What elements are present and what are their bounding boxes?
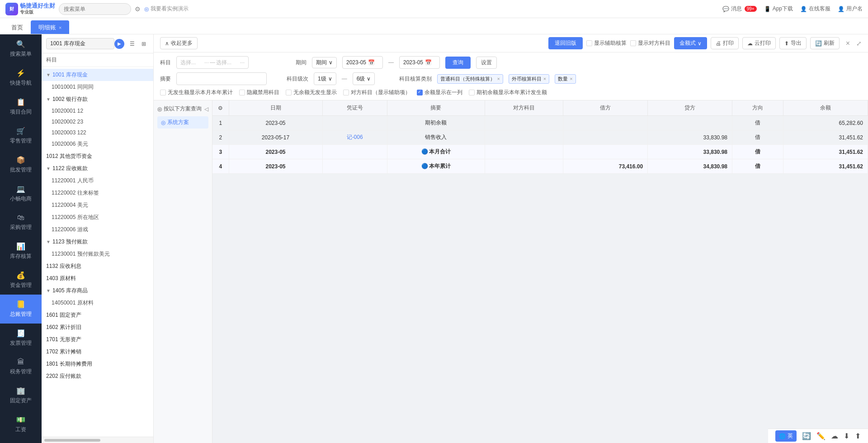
sidebar-item-salary[interactable]: 💵 工资 (0, 410, 42, 439)
system-scheme-btn[interactable]: ◎ 系统方案 (157, 116, 208, 129)
close-btn[interactable]: × (843, 38, 853, 48)
tree-item-1002[interactable]: ▼ 1002 银行存款 (42, 93, 153, 105)
tree-item-11220002[interactable]: 11220002 往来标签 (42, 187, 153, 199)
period-type-select[interactable]: 期间 ∨ (312, 57, 337, 68)
message-btn[interactable]: 💬 消息 99+ (722, 5, 757, 13)
query-panel-collapse[interactable]: ◁ (204, 106, 208, 112)
tree-item-1403[interactable]: 1403 原材料 (42, 272, 153, 285)
user-avatar[interactable]: 👤 用户名 (838, 5, 863, 13)
sidebar-item-project[interactable]: 📋 项目合同 (0, 92, 42, 121)
online-service-btn[interactable]: 👤 在线客服 (800, 5, 830, 13)
tab-close-icon[interactable]: × (59, 25, 61, 30)
tree-item-10020006[interactable]: 10020006 美元 (42, 138, 153, 150)
export-btn[interactable]: ⬆ 导出 (779, 37, 807, 49)
tree-item-11230001[interactable]: 11230001 预付账款美元 (42, 248, 153, 260)
type-foreign-remove-btn[interactable]: × (543, 76, 546, 81)
query-btn[interactable]: 查询 (445, 57, 471, 69)
tree-item-10020001[interactable]: 10020001 12 (42, 105, 153, 116)
period-end-input[interactable]: 2023-05 📅 (399, 56, 440, 69)
option-hide-disabled[interactable]: 隐藏禁用科目 (239, 89, 279, 96)
tree-item-1122[interactable]: ▼ 1122 应收账款 (42, 162, 153, 175)
tab-home[interactable]: 首页 (4, 20, 31, 34)
row2-voucher[interactable]: 记-006 (322, 130, 387, 145)
sidebar-item-search[interactable]: 🔍 搜索菜单 (0, 34, 42, 63)
show-opposite-checkbox-input[interactable] (630, 40, 636, 46)
tree-item-1601[interactable]: 1601 固定资产 (42, 309, 153, 321)
tree-item-1012[interactable]: 1012 其他货币资金 (42, 150, 153, 162)
voucher-link[interactable]: 记-006 (347, 134, 363, 140)
option-no-balance[interactable]: 无发生额显示本月本年累计 (160, 89, 233, 96)
level-end-select[interactable]: 6级 ∨ (353, 72, 375, 85)
tree-item-11220006[interactable]: 11220006 游戏 (42, 224, 153, 236)
type-quantity-remove-btn[interactable]: × (570, 76, 572, 81)
back-old-version-btn[interactable]: 退回旧版 (548, 37, 583, 49)
option-opposite-checkbox[interactable] (343, 90, 349, 95)
tree-item-10020003[interactable]: 10020003 122 (42, 127, 153, 138)
tree-item-11220005[interactable]: 11220005 所在地区 (42, 211, 153, 224)
refresh-btn[interactable]: 🔄 刷新 (810, 37, 840, 49)
lang-switch-btn[interactable]: 🌐 英 (775, 430, 797, 442)
sidebar-item-quicknav[interactable]: ⚡ 快捷导航 (0, 63, 42, 92)
tree-list-icon[interactable]: ☰ (127, 39, 137, 49)
subject-input[interactable]: 选择... ··· — 选择... ··· (176, 56, 249, 69)
option-no-balance-checkbox[interactable] (160, 90, 166, 95)
col-settings[interactable]: ⚙ (212, 100, 229, 116)
print-btn[interactable]: 🖨 打印 (711, 37, 739, 49)
tree-item-14050001[interactable]: 14050001 原材料 (42, 297, 153, 309)
tree-item-11220004[interactable]: 11220004 美元 (42, 199, 153, 211)
sidebar-item-wholesale[interactable]: 📦 批发管理 (0, 150, 42, 179)
sidebar-item-purchase[interactable]: 🛍 采购管理 (0, 208, 42, 237)
tree-expand-icon[interactable]: ⊞ (139, 39, 149, 49)
tree-item-2202[interactable]: 2202 应付账款 (42, 370, 153, 382)
sidebar-item-ecommerce[interactable]: 💻 小畅电商 (0, 179, 42, 208)
fullscreen-btn[interactable]: ⤢ (856, 40, 862, 47)
tree-item-1132[interactable]: 1132 应收利息 (42, 260, 153, 272)
bottom-cloud-icon[interactable]: ☁ (831, 432, 838, 440)
tree-item-1701[interactable]: 1701 无形资产 (42, 333, 153, 346)
sidebar-item-retail[interactable]: 🛒 零售管理 (0, 121, 42, 150)
account-filter[interactable]: 1001 库存现金 (46, 38, 114, 49)
tree-item-1702[interactable]: 1702 累计摊销 (42, 346, 153, 358)
demo-link[interactable]: ◎ 我要看实例演示 (144, 5, 189, 13)
tree-item-10010001[interactable]: 10010001 同同同 (42, 81, 153, 93)
option-init-balance-checkbox[interactable] (469, 90, 475, 95)
option-hide-disabled-checkbox[interactable] (239, 90, 245, 95)
app-download-btn[interactable]: 📱 App下载 (764, 5, 793, 13)
period-start-input[interactable]: 2023-05 📅 (342, 56, 383, 69)
bottom-download-icon[interactable]: ⬇ (844, 432, 849, 440)
search-input[interactable] (59, 3, 131, 15)
tree-item-1602[interactable]: 1602 累计折旧 (42, 321, 153, 333)
show-opposite-checkbox[interactable]: 显示对方科目 (630, 39, 670, 47)
expand-btn[interactable]: ∧ 收起更多 (160, 37, 198, 49)
account-nav-arrow[interactable]: ▶ (114, 39, 124, 49)
sidebar-item-inventory[interactable]: 📊 库存核算 (0, 237, 42, 266)
show-aux-checkbox[interactable]: 显示辅助核算 (586, 39, 627, 47)
option-opposite-subject[interactable]: 对方科目（显示辅助项） (343, 89, 410, 96)
settings-btn[interactable]: 设置 (476, 57, 497, 69)
tree-item-1405[interactable]: ▼ 1405 库存商品 (42, 285, 153, 297)
option-init-balance[interactable]: 期初余额显示本年累计发生额 (469, 89, 547, 96)
tab-detail[interactable]: 明细账 × (31, 20, 69, 34)
bottom-upload-icon[interactable]: ⬆ (855, 432, 861, 440)
sidebar-item-management[interactable]: 📈 经营管理 (0, 439, 42, 443)
tree-item-10020002[interactable]: 10020002 23 (42, 116, 153, 127)
tree-item-1801[interactable]: 1801 长期待摊费用 (42, 358, 153, 370)
sidebar-item-ledger[interactable]: 📒 总账管理 (0, 295, 42, 324)
sidebar-item-finance[interactable]: 💰 资金管理 (0, 266, 42, 295)
sidebar-item-invoice[interactable]: 🧾 发票管理 (0, 324, 42, 352)
bottom-refresh-icon[interactable]: 🔄 (802, 432, 811, 440)
tree-scrollbar[interactable] (42, 437, 153, 443)
tree-item-11220001[interactable]: 11220001 人民币 (42, 175, 153, 187)
subject-more-btn2[interactable]: ··· (240, 59, 245, 66)
bottom-edit-icon[interactable]: ✏️ (816, 432, 826, 440)
option-balance-one-col-checkbox[interactable] (417, 90, 423, 95)
cloud-print-btn[interactable]: ☁ 云打印 (742, 37, 776, 49)
type-normal-remove-btn[interactable]: × (497, 76, 500, 81)
sidebar-item-tax[interactable]: 🏛 税务管理 (0, 352, 42, 381)
tree-item-1123[interactable]: ▼ 1123 预付账款 (42, 236, 153, 248)
tree-item-1001[interactable]: ▼ 1001 库存现金 (42, 69, 153, 81)
level-start-select[interactable]: 1级 ∨ (314, 72, 336, 85)
settings-icon[interactable]: ⚙ (135, 5, 141, 13)
format-dropdown-btn[interactable]: 金额式 ∨ (674, 37, 707, 49)
summary-input[interactable] (176, 72, 267, 85)
